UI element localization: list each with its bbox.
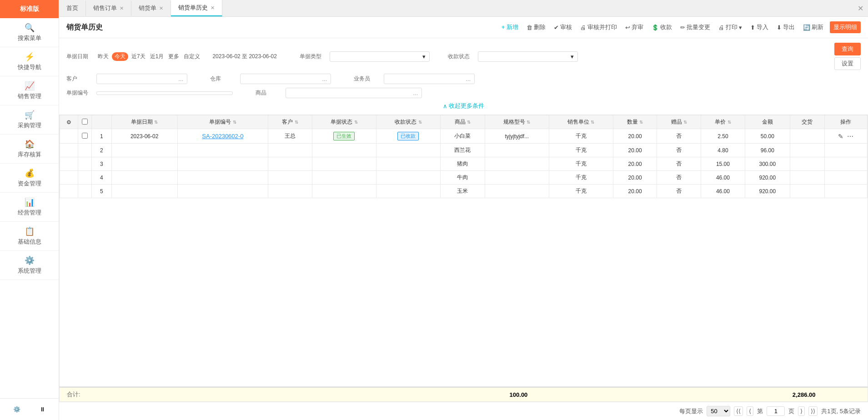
row-qty: 20.00 <box>613 129 657 144</box>
tab-home[interactable]: 首页 <box>59 0 86 16</box>
tab-sales-history-close[interactable]: ✕ <box>211 5 215 11</box>
export-btn[interactable]: ⬇ 导出 <box>775 22 797 32</box>
new-btn[interactable]: + 新增 <box>500 22 520 32</box>
col-sales-unit[interactable]: 销售单位 ⇅ <box>549 115 613 129</box>
sidebar-item-sales-mgmt[interactable]: 📈 销售管理 <box>0 76 59 105</box>
row-doc-no[interactable] <box>177 157 268 171</box>
date-btn-today[interactable]: 今天 <box>112 52 128 61</box>
row-doc-no[interactable] <box>177 144 268 157</box>
salesperson-input[interactable]: ... <box>384 74 475 84</box>
row-sales-unit: 千克 <box>549 171 613 185</box>
col-spec-type[interactable]: 规格型号 ⇅ <box>485 115 549 129</box>
col-customer[interactable]: 客户 ⇅ <box>268 115 312 129</box>
collect-btn[interactable]: 💲 收款 <box>650 22 674 32</box>
row-checkbox[interactable] <box>78 157 92 171</box>
abandon-btn[interactable]: ↩ 弃审 <box>623 22 645 32</box>
row-doc-no[interactable] <box>177 171 268 185</box>
col-gear[interactable]: ⚙ <box>60 115 78 129</box>
col-amount: 金额 <box>745 115 790 129</box>
setting-btn[interactable]: 设置 <box>834 57 861 70</box>
date-btn-custom[interactable]: 自定义 <box>182 52 201 61</box>
row-doc-no[interactable] <box>177 185 268 198</box>
sidebar-item-finance[interactable]: 💰 资金管理 <box>0 164 59 193</box>
col-doc-date[interactable]: 单据日期 ⇅ <box>111 115 177 129</box>
audit-btn[interactable]: ✔ 审核 <box>552 22 574 32</box>
sidebar-settings-btn[interactable]: ⚙️ <box>10 402 24 416</box>
doc-no-input[interactable] <box>96 91 233 95</box>
customer-input[interactable]: ... <box>96 74 187 84</box>
import-btn[interactable]: ⬆ 导入 <box>748 22 770 32</box>
col-doc-no[interactable]: 单据编号 ⇅ <box>177 115 268 129</box>
warehouse-input[interactable]: ... <box>240 74 331 84</box>
table-row: 4 牛肉 千克 20.00 否 46.00 920.00 <box>60 171 868 185</box>
col-goods[interactable]: 商品 ⇅ <box>440 115 485 129</box>
row-customer: 王总 <box>268 129 312 144</box>
prev-page-btn[interactable]: ⟨ <box>747 406 753 416</box>
tab-sales-history[interactable]: 销货单历史 ✕ <box>171 0 222 16</box>
goods-ellipsis: ... <box>413 90 418 96</box>
sidebar-toggle-btn[interactable]: ⏸ <box>36 402 49 416</box>
select-all-checkbox[interactable] <box>82 119 88 125</box>
next-page-btn[interactable]: ⟩ <box>798 406 805 416</box>
row-check[interactable] <box>82 133 88 139</box>
purchase-mgmt-icon: 🛒 <box>25 110 35 120</box>
doc-no-link[interactable]: SA-20230602-0 <box>202 133 243 140</box>
row-checkbox[interactable] <box>78 171 92 185</box>
tab-sales-delivery[interactable]: 销货单 ✕ <box>131 0 171 16</box>
row-checkbox[interactable] <box>78 129 92 144</box>
sidebar-item-basic-info[interactable]: 📋 基础信息 <box>0 222 59 251</box>
sidebar-item-purchase-mgmt[interactable]: 🛒 采购管理 <box>0 105 59 135</box>
sidebar-item-sys-mgmt[interactable]: ⚙️ 系统管理 <box>0 251 59 280</box>
delete-btn[interactable]: 🗑 删除 <box>525 22 547 32</box>
goods-filter-group: 商品 ... <box>256 88 422 98</box>
display-detail-btn[interactable]: 显示明细 <box>830 21 861 33</box>
page-input[interactable] <box>767 406 785 416</box>
row-amount: 920.00 <box>745 171 790 185</box>
col-unit-price[interactable]: 单价 ⇅ <box>701 115 745 129</box>
col-checkbox[interactable] <box>78 115 92 129</box>
refresh-btn[interactable]: 🔄 刷新 <box>801 22 825 32</box>
row-checkbox[interactable] <box>78 185 92 198</box>
row-checkbox[interactable] <box>78 144 92 157</box>
tab-sales-order-close[interactable]: ✕ <box>120 5 124 11</box>
col-doc-status[interactable]: 单据状态 ⇅ <box>312 115 376 129</box>
tab-close-all-btn[interactable]: ✕ <box>853 4 868 13</box>
edit-action-icon[interactable]: ✎ <box>838 133 843 140</box>
date-btn-1month[interactable]: 近1月 <box>149 52 166 61</box>
sidebar-item-inventory[interactable]: 🏠 库存核算 <box>0 135 59 164</box>
row-gear <box>60 129 78 144</box>
row-unit-price: 2.50 <box>701 129 745 144</box>
last-page-btn[interactable]: ⟩⟩ <box>808 406 818 416</box>
query-btn[interactable]: 查询 <box>834 43 861 55</box>
col-qty[interactable]: 数量 ⇅ <box>613 115 657 129</box>
row-gift: 否 <box>657 185 701 198</box>
tab-sales-delivery-close[interactable]: ✕ <box>159 5 163 11</box>
date-btn-yesterday[interactable]: 昨天 <box>96 52 110 61</box>
first-page-btn[interactable]: ⟨⟨ <box>734 406 743 416</box>
col-payment-status[interactable]: 收款状态 ⇅ <box>376 115 440 129</box>
sidebar-item-quick-nav[interactable]: ⚡ 快捷导航 <box>0 47 59 76</box>
doc-status-badge: 已生效 <box>333 132 355 140</box>
import-icon: ⬆ <box>750 24 755 31</box>
batch-change-btn[interactable]: ✏ 批量变更 <box>678 22 712 32</box>
sidebar-item-ops[interactable]: 📊 经营管理 <box>0 193 59 222</box>
print-btn-label: 打印 <box>726 23 738 31</box>
per-page-select[interactable]: 50 100 200 <box>707 406 730 416</box>
collapse-filter-btn[interactable]: ∧ 收起更多条件 <box>66 102 861 110</box>
sidebar-item-search-menu[interactable]: 🔍 搜索菜单 <box>0 18 59 47</box>
more-action-icon[interactable]: ⋯ <box>847 133 853 140</box>
tab-home-label: 首页 <box>66 4 78 12</box>
doc-type-dropdown-icon: ▾ <box>422 53 426 60</box>
date-btn-more[interactable]: 更多 <box>167 52 181 61</box>
row-doc-no[interactable]: SA-20230602-0 <box>177 129 268 144</box>
query-setting-group: 查询 设置 <box>834 43 861 70</box>
doc-type-select[interactable]: ▾ <box>330 51 430 62</box>
col-gift[interactable]: 赠品 ⇅ <box>657 115 701 129</box>
audit-print-btn[interactable]: 🖨 审核并打印 <box>578 22 619 32</box>
row-transaction <box>790 144 824 157</box>
goods-input[interactable]: ... <box>286 88 422 98</box>
date-btn-7days[interactable]: 近7天 <box>130 52 147 61</box>
payment-status-select[interactable]: ▾ <box>478 51 578 62</box>
tab-sales-order[interactable]: 销售订单 ✕ <box>86 0 131 16</box>
print-btn[interactable]: 🖨 打印 ▾ <box>717 22 744 32</box>
